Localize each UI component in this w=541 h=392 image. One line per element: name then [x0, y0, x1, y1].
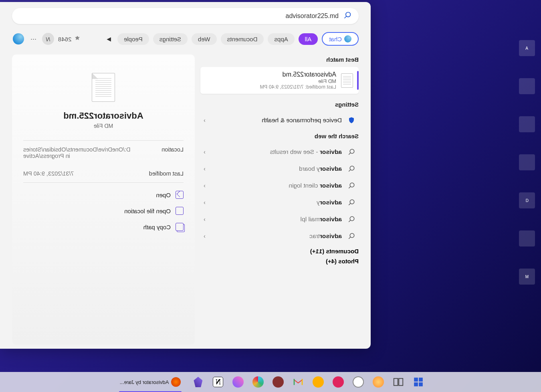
taskbar-app[interactable] [312, 376, 324, 388]
taskbar-app[interactable] [352, 376, 364, 388]
documents-more[interactable]: Documents (11+) [200, 248, 359, 255]
svg-point-6 [350, 183, 354, 187]
svg-point-12 [350, 233, 354, 238]
settings-heading: Settings [200, 101, 359, 108]
tab-documents[interactable]: Documents [221, 33, 264, 45]
search-web-heading: Search the web [200, 133, 359, 139]
account-avatar[interactable]: N [42, 33, 54, 45]
photos-more[interactable]: Photos (4+) [200, 258, 359, 265]
search-tabs: Chat All Apps Documents Web Settings Peo… [12, 30, 359, 47]
chevron-right-icon: › [204, 182, 206, 189]
desktop-icon[interactable]: D [519, 192, 535, 208]
detail-subtitle: MD File [94, 123, 113, 129]
tab-overflow-arrow[interactable]: ▶ [104, 36, 113, 42]
bing-button[interactable] [12, 32, 25, 45]
svg-rect-14 [419, 378, 423, 382]
svg-line-13 [349, 237, 351, 239]
start-button[interactable] [412, 376, 424, 388]
taskbar-app[interactable] [272, 376, 284, 388]
web-suggestion[interactable]: advisor - See web results› [200, 143, 359, 160]
search-icon [343, 11, 351, 21]
chevron-right-icon: › [204, 216, 206, 222]
action-open[interactable]: Open [23, 187, 184, 203]
web-suggestion[interactable]: advisory› [200, 194, 359, 211]
svg-rect-15 [414, 378, 418, 382]
folder-icon [176, 207, 184, 215]
file-large-icon [92, 73, 115, 102]
tab-settings[interactable]: Settings [153, 33, 188, 45]
taskview-icon[interactable] [392, 376, 404, 388]
detail-modified-row: Last modified 7/31/2023, 9:40 PM [23, 165, 184, 182]
svg-line-1 [345, 16, 347, 18]
svg-point-4 [350, 166, 354, 170]
taskbar-app[interactable] [232, 376, 244, 388]
taskbar-app[interactable] [332, 376, 344, 388]
search-icon [347, 182, 355, 190]
web-suggestion[interactable]: advisormail lpl› [200, 211, 359, 228]
desktop-icon[interactable]: M [519, 269, 535, 285]
svg-point-2 [350, 149, 354, 154]
search-icon [347, 148, 355, 156]
desktop-icon[interactable] [519, 154, 535, 170]
best-match-result[interactable]: Advisorator225.md MD File Last modified:… [200, 67, 359, 94]
settings-item-device-performance[interactable]: Device performance & health › [200, 112, 359, 129]
svg-line-5 [349, 170, 351, 172]
chevron-right-icon: › [204, 233, 206, 239]
svg-rect-17 [414, 382, 418, 386]
search-icon [347, 215, 355, 223]
search-input[interactable] [19, 12, 339, 20]
web-suggestion[interactable]: advisory board› [200, 160, 359, 177]
taskbar-active-window[interactable]: Advisorator by Jare... [117, 374, 184, 390]
search-icon [347, 232, 355, 240]
tab-all[interactable]: All [299, 33, 318, 45]
tab-web[interactable]: Web [192, 33, 217, 45]
action-open-location[interactable]: Open file location [23, 203, 184, 219]
open-icon [176, 191, 184, 199]
detail-pane: Advisorator225.md MD File Location D:/On… [12, 55, 195, 345]
svg-point-10 [350, 216, 354, 221]
desktop-icon[interactable] [519, 78, 535, 94]
chevron-right-icon: › [204, 149, 206, 155]
svg-point-8 [350, 200, 354, 204]
desktop-icons: A D M [513, 40, 541, 285]
more-button[interactable]: ··· [29, 35, 38, 43]
result-title: Advisorator225.md [260, 71, 336, 78]
taskbar-active-label: Advisorator by Jare... [120, 379, 169, 385]
result-modified: Last modified: 7/31/2023, 9:40 PM [260, 84, 336, 90]
svg-rect-16 [419, 382, 423, 386]
tab-apps[interactable]: Apps [268, 33, 294, 45]
chevron-right-icon: › [204, 166, 206, 172]
desktop-icon[interactable] [519, 230, 535, 247]
selection-accent [357, 71, 359, 90]
tab-chat[interactable]: Chat [322, 32, 359, 46]
chevron-right-icon: › [204, 117, 206, 123]
result-subtitle: MD File [260, 78, 336, 84]
shield-icon [347, 116, 355, 124]
taskbar-gmail-icon[interactable] [292, 376, 304, 388]
bing-icon [344, 35, 351, 42]
taskbar-obsidian-icon[interactable] [192, 376, 204, 388]
desktop-icon[interactable]: A [519, 40, 535, 56]
web-suggestion[interactable]: advisortrac› [200, 228, 359, 244]
taskbar-app[interactable] [372, 376, 384, 388]
bing-icon [13, 33, 24, 44]
rewards-points[interactable]: 2648 [58, 35, 81, 42]
brave-icon [171, 377, 181, 387]
desktop-icon[interactable] [519, 116, 535, 132]
search-icon [347, 165, 355, 173]
taskbar: N Advisorator by Jare... [0, 372, 541, 392]
file-icon [341, 73, 353, 88]
svg-line-11 [349, 220, 351, 222]
taskbar-notion-icon[interactable]: N [212, 376, 224, 388]
svg-line-3 [349, 153, 351, 155]
taskbar-slack-icon[interactable] [252, 376, 264, 388]
svg-line-7 [349, 186, 351, 188]
svg-rect-18 [399, 378, 403, 386]
action-copy-path[interactable]: Copy path [23, 219, 184, 235]
svg-rect-19 [394, 378, 398, 386]
best-match-heading: Best match [200, 56, 359, 63]
web-suggestion[interactable]: advisor client login› [200, 177, 359, 194]
tab-people[interactable]: People [117, 33, 149, 45]
detail-title: Advisorator225.md [63, 111, 143, 121]
svg-point-0 [346, 12, 351, 17]
